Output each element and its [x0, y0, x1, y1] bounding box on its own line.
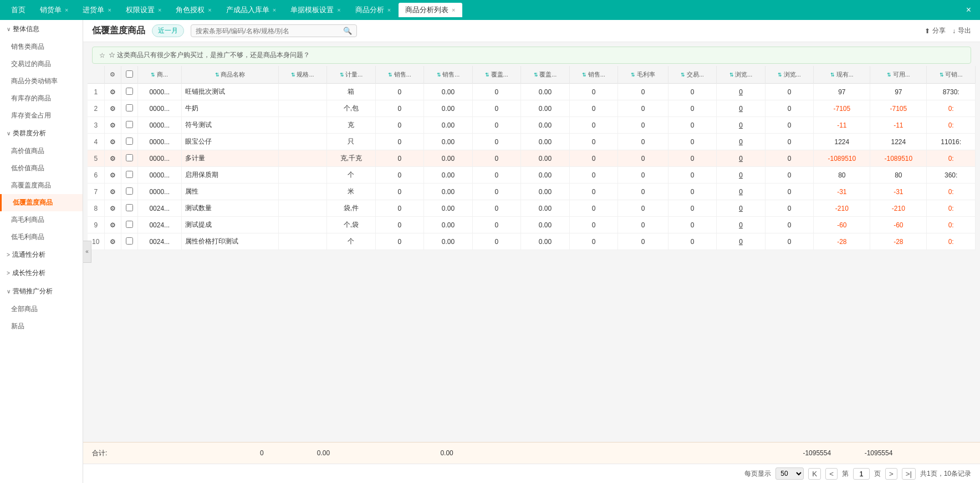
last-page-button[interactable]: >| — [902, 468, 916, 480]
close-icon[interactable]: × — [273, 7, 276, 13]
row-sellable: 0: — [927, 100, 976, 117]
sidebar-item-category-rate[interactable]: 商品分类动销率 — [0, 73, 83, 90]
current-column-header[interactable]: 现有... — [814, 66, 870, 84]
row-checkbox[interactable] — [121, 184, 137, 200]
row-browse1[interactable]: 0 — [717, 100, 765, 117]
row-cover1: 0 — [472, 200, 521, 217]
sidebar-group-marketing[interactable]: ∨ 营销推广分析 — [0, 282, 83, 301]
current-page-input[interactable] — [853, 468, 870, 480]
nav-template-settings[interactable]: 单据模板设置 × — [284, 3, 347, 17]
row-settings[interactable]: ⚙ — [104, 167, 121, 184]
name-column-header[interactable]: 商品名称 — [182, 66, 278, 84]
nav-home[interactable]: 首页 — [4, 3, 32, 17]
spec-column-header[interactable]: 规格... — [278, 66, 327, 84]
row-browse1[interactable]: 0 — [717, 200, 765, 217]
sidebar-group-overall[interactable]: ∨ 整体信息 — [0, 20, 83, 38]
sidebar-item-high-coverage[interactable]: 高覆盖度商品 — [0, 177, 83, 194]
nav-role-auth[interactable]: 角色授权 × — [169, 3, 218, 17]
row-browse1[interactable]: 0 — [717, 84, 765, 100]
row-settings[interactable]: ⚙ — [104, 134, 121, 150]
sidebar-item-high-value[interactable]: 高价值商品 — [0, 143, 83, 160]
sidebar-collapse-button[interactable]: « — [83, 241, 91, 263]
table-container[interactable]: ⚙ 商... 商品名称 规格... 计量... 销售... 销售... 覆盖..… — [88, 66, 976, 442]
browse2-column-header[interactable]: 浏览... — [765, 66, 814, 84]
nav-product-entry[interactable]: 产成品入库单 × — [220, 3, 283, 17]
trade-column-header[interactable]: 交易... — [668, 66, 717, 84]
filter-period-button[interactable]: 近一月 — [152, 24, 184, 37]
row-browse1[interactable]: 0 — [717, 217, 765, 233]
row-browse1[interactable]: 0 — [717, 233, 765, 250]
prev-page-button[interactable]: < — [825, 468, 838, 480]
close-icon[interactable]: × — [208, 7, 211, 13]
checkbox-column-header[interactable] — [121, 66, 137, 84]
sidebar-item-new-goods[interactable]: 新品 — [0, 318, 83, 335]
row-checkbox[interactable] — [121, 100, 137, 117]
close-icon[interactable]: × — [108, 7, 111, 13]
available-column-header[interactable]: 可用... — [870, 66, 927, 84]
sidebar-item-low-coverage[interactable]: 低覆盖度商品 — [0, 194, 83, 211]
row-browse1[interactable]: 0 — [717, 134, 765, 150]
close-all-button[interactable]: × — [962, 3, 976, 17]
row-browse1[interactable]: 0 — [717, 150, 765, 167]
close-icon[interactable]: × — [337, 7, 340, 13]
nav-sales[interactable]: 销货单 × — [33, 3, 75, 17]
close-icon[interactable]: × — [158, 7, 161, 13]
nav-purchase[interactable]: 进货单 × — [76, 3, 118, 17]
close-icon[interactable]: × — [65, 7, 68, 13]
sidebar-item-sales-goods[interactable]: 销售类商品 — [0, 38, 83, 55]
row-browse1[interactable]: 0 — [717, 184, 765, 200]
browse1-column-header[interactable]: 浏览... — [717, 66, 765, 84]
cover1-column-header[interactable]: 覆盖... — [472, 66, 521, 84]
row-checkbox[interactable] — [121, 117, 137, 134]
row-checkbox[interactable] — [121, 150, 137, 167]
sidebar-group-cluster[interactable]: ∨ 类群度分析 — [0, 124, 83, 143]
row-settings[interactable]: ⚙ — [104, 217, 121, 233]
sidebar-item-stocked-goods[interactable]: 有库存的商品 — [0, 90, 83, 107]
cover2-column-header[interactable]: 覆盖... — [521, 66, 570, 84]
nav-auth-settings[interactable]: 权限设置 × — [119, 3, 168, 17]
search-input[interactable] — [196, 27, 343, 35]
row-checkbox[interactable] — [121, 167, 137, 184]
share-button[interactable]: ⬆ 分享 — [925, 26, 946, 35]
row-checkbox[interactable] — [121, 233, 137, 250]
per-page-select[interactable]: 50 100 200 — [775, 467, 804, 480]
close-icon[interactable]: × — [452, 7, 455, 13]
row-settings[interactable]: ⚙ — [104, 200, 121, 217]
row-settings[interactable]: ⚙ — [104, 150, 121, 167]
sale-amt-column-header[interactable]: 销售... — [424, 66, 473, 84]
export-button[interactable]: ↓ 导出 — [952, 26, 971, 35]
row-checkbox[interactable] — [121, 134, 137, 150]
row-settings[interactable]: ⚙ — [104, 100, 121, 117]
row-settings[interactable]: ⚙ — [104, 84, 121, 100]
row-checkbox[interactable] — [121, 217, 137, 233]
sale3-column-header[interactable]: 销售... — [569, 66, 618, 84]
nav-product-analysis-list[interactable]: 商品分析列表 × — [399, 3, 462, 17]
unit-column-header[interactable]: 计量... — [327, 66, 376, 84]
search-icon[interactable]: 🔍 — [343, 27, 352, 35]
select-all-checkbox[interactable] — [126, 70, 133, 78]
row-browse1[interactable]: 0 — [717, 117, 765, 134]
close-icon[interactable]: × — [387, 7, 391, 13]
sidebar-item-traded-goods[interactable]: 交易过的商品 — [0, 55, 83, 73]
row-checkbox[interactable] — [121, 200, 137, 217]
row-settings[interactable]: ⚙ — [104, 233, 121, 250]
row-checkbox[interactable] — [121, 84, 137, 100]
sidebar-group-circulation[interactable]: > 流通性分析 — [0, 246, 83, 264]
row-settings[interactable]: ⚙ — [104, 117, 121, 134]
sellable-column-header[interactable]: 可销... — [927, 66, 976, 84]
code-column-header[interactable]: 商... — [137, 66, 182, 84]
next-page-button[interactable]: > — [885, 468, 897, 480]
nav-product-analysis[interactable]: 商品分析 × — [349, 3, 397, 17]
first-page-button[interactable]: K — [808, 468, 821, 480]
row-browse1[interactable]: 0 — [717, 167, 765, 184]
row-settings[interactable]: ⚙ — [104, 184, 121, 200]
sidebar-item-capital[interactable]: 库存资金占用 — [0, 107, 83, 124]
sidebar-item-low-value[interactable]: 低价值商品 — [0, 160, 83, 177]
sidebar-item-low-margin[interactable]: 低毛利商品 — [0, 228, 83, 246]
sidebar-item-all-goods[interactable]: 全部商品 — [0, 301, 83, 318]
sidebar-item-high-margin[interactable]: 高毛利商品 — [0, 211, 83, 228]
settings-column-header[interactable]: ⚙ — [104, 66, 121, 84]
margin-column-header[interactable]: 毛利率 — [618, 66, 668, 84]
sidebar-group-growth[interactable]: > 成长性分析 — [0, 264, 83, 282]
sale-qty-column-header[interactable]: 销售... — [375, 66, 424, 84]
